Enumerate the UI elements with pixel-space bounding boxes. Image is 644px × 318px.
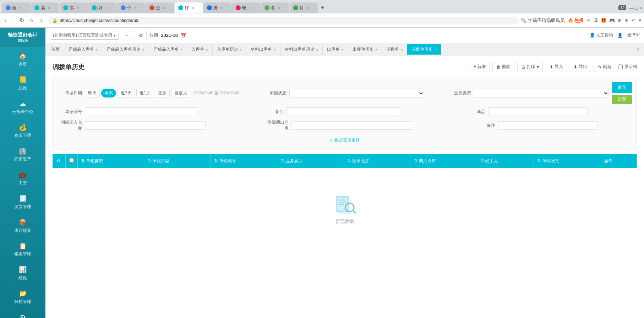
- sidebar-item-inventory[interactable]: 📦 库存核算: [0, 214, 45, 238]
- page-tab-product-in2-close[interactable]: ×: [180, 48, 182, 52]
- page-tab-product-in-hist[interactable]: 产成品入库单历史 ×: [102, 44, 149, 55]
- table-col-status[interactable]: ⇅ 单账状态: [534, 154, 600, 168]
- browser-tab-9[interactable]: 畅 ×: [232, 2, 261, 13]
- sidebar-item-ledger[interactable]: 📒 总账: [0, 72, 45, 95]
- table-col-date[interactable]: ⇅ 单账日期: [144, 154, 211, 168]
- filter-settings-button[interactable]: 设置: [612, 95, 632, 104]
- browser-tab-4[interactable]: 好 ×: [88, 2, 117, 13]
- sidebar-item-fixed-assets[interactable]: 🏢 固定资产: [0, 143, 45, 167]
- refresh-button[interactable]: ↻ 刷新: [594, 62, 615, 72]
- display-cols-checkbox[interactable]: [618, 65, 623, 69]
- browser-tab-8[interactable]: 腾 ×: [203, 2, 232, 13]
- browser-tab-1[interactable]: 新 ×: [2, 2, 31, 13]
- sidebar-item-home[interactable]: 🏠 首页: [0, 48, 45, 72]
- tab-close-7[interactable]: ×: [192, 6, 194, 10]
- table-col-type[interactable]: ⇅ 单账类型: [77, 154, 144, 168]
- page-tab-outbound[interactable]: 出库单 ×: [323, 44, 348, 55]
- page-tab-material-out-hist-close[interactable]: ×: [316, 48, 318, 52]
- forward-button[interactable]: ›: [10, 17, 15, 24]
- page-tab-product-in-hist-close[interactable]: ×: [142, 48, 144, 52]
- sidebar-item-settle[interactable]: 📊 结账: [0, 262, 45, 285]
- page-tab-inbound-close[interactable]: ×: [206, 48, 208, 52]
- home-button[interactable]: ⌂: [28, 17, 35, 24]
- date-custom-btn[interactable]: 自定义: [171, 89, 190, 97]
- page-tab-inbound-hist[interactable]: 入库单历史 ×: [213, 44, 246, 55]
- browser-tab-6[interactable]: 企 ×: [146, 2, 174, 13]
- back-button[interactable]: ‹: [3, 17, 7, 24]
- remark2-input[interactable]: [498, 121, 597, 130]
- browser-tab-2[interactable]: 易 ×: [31, 2, 59, 13]
- page-tab-material-out-hist[interactable]: 材料出库单历史 ×: [280, 44, 323, 55]
- table-col-no[interactable]: ⇅ 单账编号: [211, 154, 277, 168]
- sidebar-item-archive[interactable]: 📁 归档管理: [0, 285, 45, 309]
- page-tab-product-in-close[interactable]: ×: [95, 48, 98, 52]
- sidebar-item-salary[interactable]: 💼 工资: [0, 167, 45, 190]
- new-tab-button[interactable]: +: [318, 4, 327, 12]
- page-tab-inbound[interactable]: 入库单 ×: [187, 44, 212, 55]
- biz-type-filter-select[interactable]: [474, 89, 609, 98]
- page-tab-material-out[interactable]: 材料出库单 ×: [246, 44, 280, 55]
- detail-out-more-button[interactable]: ···: [415, 123, 422, 128]
- browser-tab-10[interactable]: 各 ×: [261, 2, 289, 13]
- bookmark-button[interactable]: ☆: [37, 16, 45, 24]
- remark-input[interactable]: [286, 107, 400, 116]
- doc-no-input[interactable]: [85, 107, 198, 116]
- url-box[interactable]: 🔒 https://cloud.chanjet.com/accounting/u…: [48, 17, 518, 24]
- add-company-button[interactable]: +: [122, 31, 132, 40]
- page-tab-transfer-close[interactable]: ×: [400, 48, 403, 52]
- tab-close-8[interactable]: ×: [220, 6, 223, 10]
- sidebar-item-tax[interactable]: 📋 税务管理: [0, 238, 45, 262]
- table-col-biz-type[interactable]: ⇅ 业务类型: [277, 154, 344, 168]
- tab-close-11[interactable]: ×: [307, 6, 309, 10]
- page-tab-outbound-close[interactable]: ×: [341, 48, 343, 52]
- sidebar-item-basic[interactable]: ⚙ 基础设置: [0, 309, 45, 318]
- select-all-checkbox[interactable]: [69, 158, 74, 163]
- page-tab-home[interactable]: 首页: [47, 44, 64, 55]
- sidebar-item-report[interactable]: ☁ 云报表中心: [0, 95, 45, 119]
- table-checkbox-col[interactable]: [65, 154, 77, 168]
- delete-button[interactable]: 🗑 删除: [492, 62, 514, 72]
- page-tab-product-in2[interactable]: 产成品入库单 ×: [149, 44, 187, 55]
- tab-close-1[interactable]: ×: [19, 6, 21, 10]
- browser-tab-7[interactable]: 好 ×: [175, 2, 203, 13]
- date-today-btn[interactable]: 今天: [101, 89, 116, 97]
- tab-close-9[interactable]: ×: [249, 6, 251, 10]
- browser-tab-11[interactable]: 目 ×: [290, 2, 318, 13]
- page-tab-transfer-hist-close[interactable]: ×: [434, 48, 436, 52]
- service-link[interactable]: 👤 人工咨询: [590, 32, 613, 38]
- date-7days-btn[interactable]: 近7天: [118, 89, 135, 97]
- browser-tab-3[interactable]: 易 ×: [60, 2, 88, 13]
- tab-close-3[interactable]: ×: [77, 6, 79, 10]
- export-button[interactable]: ⬇ 导出: [570, 62, 591, 72]
- page-tab-inbound-hist-close[interactable]: ×: [240, 48, 242, 52]
- detail-out-input[interactable]: [291, 121, 412, 130]
- goods-input[interactable]: [488, 107, 588, 116]
- table-settings-col[interactable]: ⚙: [53, 154, 65, 168]
- company-selector[interactable]: (勿删勿禁用) 江西服宝测试专用 ▾: [50, 31, 119, 40]
- sidebar-item-invoice[interactable]: 🧾 发票管理: [0, 190, 45, 214]
- tab-close-10[interactable]: ×: [278, 6, 280, 10]
- new-button[interactable]: + 新增: [470, 62, 490, 72]
- sidebar-item-fund[interactable]: 💰 资金管理: [0, 119, 45, 143]
- date-1month-btn[interactable]: 近1月: [136, 89, 154, 97]
- page-tab-transfer-hist[interactable]: 调拨单历史 ×: [407, 44, 441, 55]
- calendar-icon[interactable]: 📅: [181, 33, 186, 38]
- detail-in-more-button[interactable]: ···: [208, 123, 215, 128]
- page-tab-outbound-hist[interactable]: 出库单历史 ×: [348, 44, 382, 55]
- tab-close-6[interactable]: ×: [163, 6, 165, 10]
- settings-company-button[interactable]: ⚙: [135, 31, 147, 40]
- page-tab-material-out-close[interactable]: ×: [273, 48, 275, 52]
- table-col-handler[interactable]: ⇅ 经手人: [477, 154, 534, 168]
- import-button[interactable]: ⬆ 导入: [546, 62, 567, 72]
- date-yesterday-btn[interactable]: 昨天: [85, 89, 100, 97]
- page-tab-transfer[interactable]: 调拨单 ×: [382, 44, 407, 55]
- tab-close-5[interactable]: ×: [134, 6, 136, 10]
- date-more-btn[interactable]: 更多: [155, 89, 170, 97]
- table-col-out-warehouse[interactable]: ⇅ 调出仓库: [344, 154, 410, 168]
- tab-close-4[interactable]: ×: [105, 6, 108, 10]
- page-tab-outbound-hist-close[interactable]: ×: [375, 48, 377, 52]
- reload-button[interactable]: ↻: [18, 16, 26, 24]
- table-col-in-warehouse[interactable]: ⇅ 调入仓库: [410, 154, 477, 168]
- status-filter-select[interactable]: [289, 89, 424, 98]
- tab-close-2[interactable]: ×: [48, 6, 50, 10]
